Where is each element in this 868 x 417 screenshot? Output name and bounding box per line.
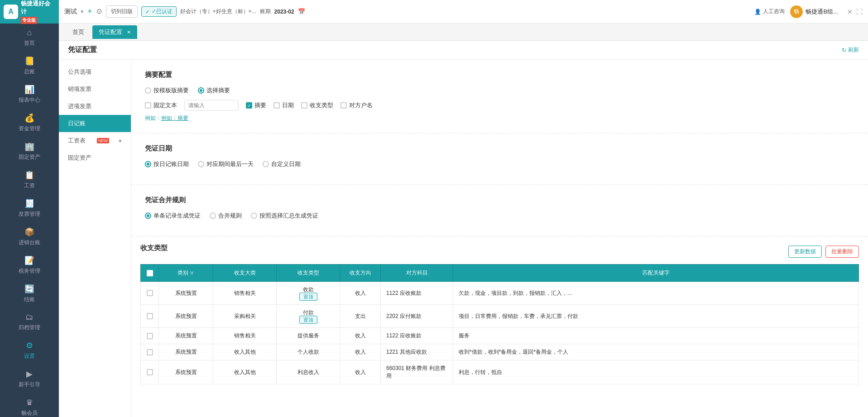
content-wrap: 公共选项 销项发票 进项发票 日记账 工资表 NEW ▾ bbox=[59, 60, 868, 417]
left-nav-fixed-assets[interactable]: 固定资产 bbox=[59, 149, 131, 166]
sidebar-label-reports: 报表中心 bbox=[19, 96, 40, 104]
update-data-button[interactable]: 更新数据 bbox=[788, 246, 822, 258]
logo-title: 畅捷通好会计 bbox=[21, 0, 55, 16]
company-arrow-icon[interactable]: ▾ bbox=[81, 8, 84, 15]
example-text: 例如：例如：摘要 bbox=[145, 114, 854, 122]
sidebar-item-purchase-sales[interactable]: 📦 进销台账 bbox=[0, 223, 59, 251]
row-keywords-1: 项目，日常费用，报销款，车费，承兑汇票，付款 bbox=[453, 305, 859, 328]
col-header-keyword: 匹配关键字 bbox=[453, 265, 859, 282]
radio-select-label: 选择摘要 bbox=[206, 86, 230, 95]
table-row: 系统预置 销售相关 提供服务 收入 1122 应收账款 服务 bbox=[141, 328, 859, 344]
left-nav-purchase-invoice-label: 进项发票 bbox=[68, 103, 91, 109]
row-check-3[interactable] bbox=[141, 344, 159, 360]
left-nav-salary-table[interactable]: 工资表 NEW ▾ bbox=[59, 132, 131, 149]
sidebar-item-guide[interactable]: ▶ 新手引导 bbox=[0, 365, 59, 393]
tab-voucher-config[interactable]: 凭证配置 ✕ bbox=[92, 25, 137, 39]
row-checkbox-0[interactable] bbox=[147, 290, 153, 296]
example-link[interactable]: 例如：摘要 bbox=[161, 115, 188, 121]
sidebar-item-salary[interactable]: 📋 工资 bbox=[0, 166, 59, 194]
row-account-1: 2202 应付账款 bbox=[381, 305, 453, 328]
maximize-window-icon[interactable]: ⛶ bbox=[856, 8, 863, 15]
radio-summary-gen[interactable]: 按照选择汇总生成凭证 bbox=[251, 212, 318, 220]
sidebar-item-invoice[interactable]: 🧾 发票管理 bbox=[0, 194, 59, 223]
radio-custom-date[interactable]: 自定义日期 bbox=[263, 160, 301, 168]
row-account-3: 1221 其他应收款 bbox=[381, 344, 453, 360]
sidebar-item-reports[interactable]: 📊 报表中心 bbox=[0, 80, 59, 109]
row-checkbox-3[interactable] bbox=[147, 349, 153, 355]
sidebar-item-home[interactable]: ⌂ 首页 bbox=[0, 24, 59, 52]
sidebar-label-purchase-sales: 进销台账 bbox=[19, 239, 40, 246]
summary-section: 摘要配置 按模板版摘要 选择摘要 bbox=[131, 60, 868, 133]
fixed-assets-icon: 🏢 bbox=[24, 142, 34, 152]
sidebar-item-ledger[interactable]: 📒 总账 bbox=[0, 52, 59, 80]
radio-merge[interactable]: 合并规则 bbox=[210, 212, 242, 220]
row-check-2[interactable] bbox=[141, 328, 159, 344]
checkbox-type[interactable]: 收支类型 bbox=[301, 101, 333, 109]
sidebar-item-archive[interactable]: 🗂 归档管理 bbox=[0, 308, 59, 336]
reset-tag-1[interactable]: 置顶 bbox=[299, 316, 317, 324]
sidebar-label-ledger: 总账 bbox=[24, 68, 35, 76]
switch-version-button[interactable]: 切到旧版 bbox=[106, 5, 138, 18]
select-all-checkbox[interactable] bbox=[147, 270, 153, 276]
row-checkbox-1[interactable] bbox=[147, 313, 153, 319]
sidebar-item-settings[interactable]: ⚙ 设置 bbox=[0, 336, 59, 365]
topbar-gear-icon[interactable]: ⚙ bbox=[96, 7, 102, 16]
refresh-button[interactable]: ↻ 刷新 bbox=[842, 46, 859, 54]
topbar-period-value: 2023-02 bbox=[274, 9, 294, 15]
calendar-icon[interactable]: 📅 bbox=[298, 8, 305, 15]
row-check-1[interactable] bbox=[141, 305, 159, 328]
tab-close-icon[interactable]: ✕ bbox=[127, 29, 131, 35]
radio-template-summary[interactable]: 按模板版摘要 bbox=[145, 86, 189, 95]
sidebar-item-tax[interactable]: 📝 税务管理 bbox=[0, 251, 59, 280]
close-window-icon[interactable]: ✕ bbox=[847, 8, 853, 15]
row-check-0[interactable] bbox=[141, 282, 159, 305]
left-nav-journal[interactable]: 日记账 bbox=[59, 115, 131, 132]
checkbox-summary[interactable]: ✓ 摘要 bbox=[246, 101, 266, 109]
checkbox-counterparty[interactable]: 对方户名 bbox=[340, 101, 373, 109]
checkbox-fixed-text[interactable]: 固定文本 bbox=[145, 101, 177, 109]
new-badge: NEW bbox=[97, 138, 109, 143]
sidebar-label-home: 首页 bbox=[24, 39, 35, 47]
sidebar-label-settings: 设置 bbox=[24, 352, 35, 360]
date-section: 凭证日期 按日记账日期 对应期间最后一天 自定义日期 bbox=[131, 133, 868, 185]
checkbox-type-box bbox=[301, 102, 307, 109]
checkbox-counterparty-box bbox=[340, 102, 347, 109]
user-menu[interactable]: 畅 畅捷通B组... bbox=[790, 5, 838, 18]
topbar-period-label: 账期 bbox=[260, 8, 271, 15]
radio-single[interactable]: 单条记录生成凭证 bbox=[145, 212, 201, 220]
row-check-4[interactable] bbox=[141, 360, 159, 384]
checkbox-date[interactable]: 日期 bbox=[273, 101, 294, 109]
batch-delete-button[interactable]: 批量删除 bbox=[825, 246, 859, 258]
left-nav-purchase-invoice[interactable]: 进项发票 bbox=[59, 98, 131, 115]
invoice-icon: 🧾 bbox=[24, 199, 34, 208]
sidebar-item-funds[interactable]: 💰 资金管理 bbox=[0, 109, 59, 137]
row-checkbox-2[interactable] bbox=[147, 333, 153, 339]
service-button[interactable]: 👤 人工咨询 bbox=[754, 8, 785, 15]
radio-journal-date[interactable]: 按日记账日期 bbox=[145, 160, 189, 168]
radio-last-day[interactable]: 对应期间最后一天 bbox=[198, 160, 254, 168]
reset-tag-0[interactable]: 置顶 bbox=[299, 293, 317, 301]
archive-icon: 🗂 bbox=[25, 313, 34, 322]
sidebar-label-fixed-assets: 固定资产 bbox=[19, 153, 40, 161]
row-big-type-1: 采购相关 bbox=[213, 305, 277, 328]
row-type-3: 个人收款 bbox=[277, 344, 340, 360]
tab-voucher-config-label: 凭证配置 bbox=[99, 28, 122, 35]
salary-expand-icon: ▾ bbox=[119, 137, 122, 144]
sidebar-item-settlement[interactable]: 🔄 结账 bbox=[0, 280, 59, 308]
sidebar-item-fixed-assets[interactable]: 🏢 固定资产 bbox=[0, 137, 59, 166]
topbar-add-icon[interactable]: + bbox=[87, 7, 92, 16]
radio-circle-template bbox=[145, 87, 151, 94]
page-title: 凭证配置 bbox=[68, 45, 97, 55]
left-nav-sales-invoice[interactable]: 销项发票 bbox=[59, 81, 131, 98]
sidebar-item-member[interactable]: ♛ 畅会员 bbox=[0, 393, 59, 417]
fixed-text-input[interactable] bbox=[184, 100, 239, 111]
sidebar-label-member: 畅会员 bbox=[21, 409, 38, 417]
tab-home[interactable]: 首页 bbox=[66, 25, 91, 39]
sidebar-label-tax: 税务管理 bbox=[19, 267, 40, 275]
refresh-label: 刷新 bbox=[848, 46, 859, 54]
row-checkbox-4[interactable] bbox=[147, 369, 153, 375]
row-direction-3: 收入 bbox=[340, 344, 381, 360]
radio-select-summary[interactable]: 选择摘要 bbox=[198, 86, 230, 95]
col-header-check[interactable] bbox=[141, 265, 159, 282]
left-nav-public[interactable]: 公共选项 bbox=[59, 63, 131, 81]
